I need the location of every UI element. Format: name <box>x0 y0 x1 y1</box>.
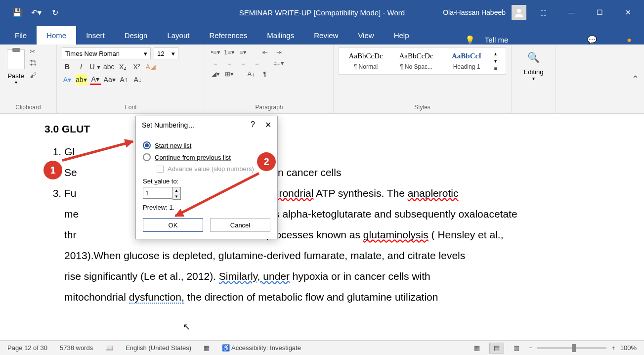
styles-down-icon[interactable]: ▾ <box>494 58 497 64</box>
align-center-button[interactable]: ≡ <box>224 58 235 67</box>
doc-list: Gl________________________________ds Se_… <box>44 141 600 308</box>
text-effects-icon[interactable]: A▾ <box>62 74 73 85</box>
callout-2: 2 <box>257 152 276 171</box>
change-case-button[interactable]: Aa▾ <box>104 74 116 85</box>
comments-icon[interactable]: 💬 <box>587 35 597 44</box>
style-heading1[interactable]: AaBbCcI Heading 1 <box>442 50 491 72</box>
grow-font-button[interactable]: A↑ <box>119 74 129 85</box>
style-nospacing[interactable]: AaBbCcDc ¶ No Spac... <box>391 50 441 72</box>
tab-design[interactable]: Design <box>115 26 158 44</box>
font-name-combo[interactable]: Times New Roman▾ <box>62 47 151 59</box>
collapse-ribbon-icon[interactable]: ⌃ <box>632 74 639 85</box>
mouse-cursor-icon: ↖ <box>183 321 190 332</box>
user-name: Ola-Hassan Habeeb <box>443 8 506 16</box>
multilevel-button[interactable]: ≡▾ <box>238 47 249 56</box>
page-indicator[interactable]: Page 12 of 30 <box>7 344 47 352</box>
web-layout-icon[interactable]: ▥ <box>509 343 524 354</box>
tab-home[interactable]: Home <box>37 26 76 44</box>
radio-continue[interactable]: Continue from previous list <box>143 153 270 161</box>
clipboard-group-label: Clipboard <box>5 104 51 112</box>
document-area[interactable]: 3.0 GLUT Gl_____________________________… <box>0 114 644 340</box>
cut-icon[interactable]: ✂ <box>30 47 39 56</box>
line-spacing-button[interactable]: ‡≡▾ <box>273 58 284 67</box>
cancel-button[interactable]: Cancel <box>210 218 270 232</box>
borders-button[interactable]: ⊞▾ <box>224 69 235 78</box>
format-painter-icon[interactable]: 🖌 <box>30 71 39 80</box>
styles-more-icon[interactable]: ≡ <box>494 66 497 71</box>
numbering-button[interactable]: 1≡▾ <box>224 47 235 56</box>
styles-gallery[interactable]: AaBbCcDc ¶ Normal AaBbCcDc ¶ No Spac... … <box>339 47 506 75</box>
zoom-out-button[interactable]: − <box>529 344 533 352</box>
shrink-font-button[interactable]: A↓ <box>132 74 143 85</box>
spinner-up-icon[interactable]: ▲ <box>172 187 180 193</box>
dialog-help-icon[interactable]: ? <box>251 120 255 130</box>
editing-button[interactable]: 🔍 Editing ▾ <box>516 47 551 85</box>
set-numbering-dialog: Set Numbering… ? ✕ Start new list Contin… <box>135 116 278 239</box>
strikethrough-button[interactable]: abc <box>103 61 115 72</box>
bullets-button[interactable]: •≡▾ <box>210 47 221 56</box>
tab-review[interactable]: Review <box>304 26 348 44</box>
dialog-close-icon[interactable]: ✕ <box>265 120 271 130</box>
macro-icon[interactable]: ▦ <box>204 344 210 352</box>
show-marks-button[interactable]: ¶ <box>259 69 270 78</box>
language-indicator[interactable]: English (United States) <box>126 344 191 352</box>
align-left-button[interactable]: ≡ <box>210 58 221 67</box>
tab-help[interactable]: Help <box>384 26 419 44</box>
maximize-icon[interactable]: ☐ <box>589 5 611 20</box>
word-count[interactable]: 5738 words <box>60 344 93 352</box>
svg-point-0 <box>517 9 521 13</box>
superscript-button[interactable]: X² <box>131 61 142 72</box>
pending-dot-icon: ● <box>627 36 632 44</box>
tab-file[interactable]: File <box>5 26 37 44</box>
paragraph-group-label: Paragraph <box>210 104 328 112</box>
font-color-icon[interactable]: A▾ <box>90 74 101 85</box>
underline-button[interactable]: U ▾ <box>89 61 100 72</box>
highlight-icon[interactable]: ab▾ <box>76 74 87 85</box>
tab-insert[interactable]: Insert <box>76 26 115 44</box>
read-mode-icon[interactable]: ▦ <box>470 343 484 354</box>
user-avatar-icon[interactable] <box>512 5 526 20</box>
ribbon-tabs: File Home Insert Design Layout Reference… <box>0 25 644 44</box>
zoom-level[interactable]: 100% <box>620 344 637 352</box>
spell-check-icon[interactable]: 📖 <box>105 344 113 352</box>
print-layout-icon[interactable]: ▤ <box>489 343 504 354</box>
clipboard-icon <box>7 49 25 69</box>
redo-icon[interactable]: ↻ <box>50 7 60 17</box>
zoom-in-button[interactable]: + <box>611 344 615 352</box>
spinner-down-icon[interactable]: ▼ <box>172 193 180 199</box>
shading-button[interactable]: ◢▾ <box>210 69 221 78</box>
style-normal[interactable]: AaBbCcDc ¶ Normal <box>341 50 390 72</box>
tab-view[interactable]: View <box>348 26 384 44</box>
minimize-icon[interactable]: — <box>560 5 583 20</box>
sort-button[interactable]: A↓ <box>246 69 257 78</box>
copy-icon[interactable]: ⿻ <box>30 59 39 68</box>
ribbon-display-icon[interactable]: ⬚ <box>532 5 555 20</box>
zoom-slider[interactable] <box>537 347 606 349</box>
value-input[interactable] <box>143 187 172 199</box>
close-icon[interactable]: ✕ <box>617 5 639 20</box>
doc-heading: 3.0 GLUT <box>44 123 90 134</box>
styles-up-icon[interactable]: ▴ <box>494 51 497 56</box>
bold-button[interactable]: B <box>62 61 73 72</box>
align-right-button[interactable]: ≡ <box>238 58 249 67</box>
italic-button[interactable]: I <box>76 61 86 72</box>
subscript-button[interactable]: X₂ <box>118 61 129 72</box>
decrease-indent-button[interactable]: ⇤ <box>259 47 270 56</box>
increase-indent-button[interactable]: ⇥ <box>273 47 284 56</box>
tab-references[interactable]: References <box>199 26 257 44</box>
value-spinner[interactable]: ▲ ▼ <box>143 187 270 200</box>
radio-start-new[interactable]: Start new list <box>143 141 270 149</box>
clear-format-icon[interactable]: A◢ <box>145 61 156 72</box>
ribbon: Paste ▾ ✂ ⿻ 🖌 Clipboard Times New Roman▾… <box>0 44 644 114</box>
tell-me-input[interactable]: Tell me <box>485 36 509 44</box>
justify-button[interactable]: ≡ <box>252 58 262 67</box>
checkbox-icon <box>157 166 164 173</box>
save-icon[interactable]: 💾 <box>12 7 22 17</box>
ok-button[interactable]: OK <box>143 218 203 232</box>
font-size-combo[interactable]: 12▾ <box>154 47 178 59</box>
undo-icon[interactable]: ↶▾ <box>31 7 41 17</box>
tab-layout[interactable]: Layout <box>157 26 199 44</box>
tab-mailings[interactable]: Mailings <box>257 26 304 44</box>
accessibility-indicator[interactable]: ♿ Accessibility: Investigate <box>222 344 301 352</box>
paste-button[interactable]: Paste ▾ <box>5 47 27 87</box>
